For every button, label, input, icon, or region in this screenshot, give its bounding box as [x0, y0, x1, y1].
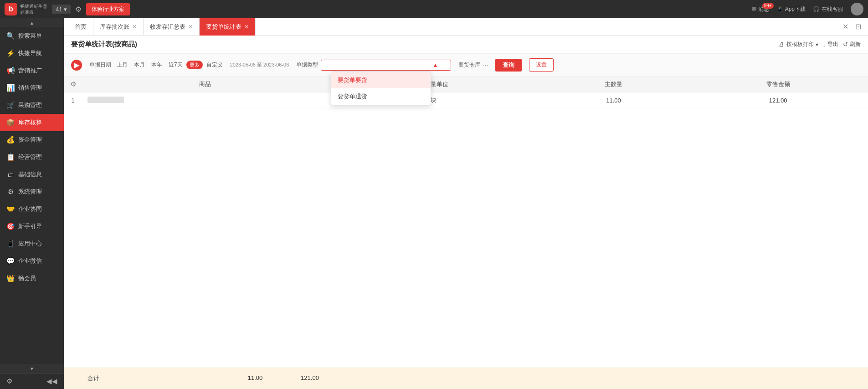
apps-icon: 📱 [6, 240, 15, 248]
sidebar-item-search[interactable]: 🔍 搜索菜单 [0, 27, 64, 45]
tab-close-all-btn[interactable]: ✕ [840, 21, 851, 32]
cell-amount: 121.00 [688, 92, 868, 108]
inventory-icon: 📦 [6, 118, 15, 127]
sales-icon: 📊 [6, 84, 15, 92]
dropdown-item-return[interactable]: 要货单退货 [331, 88, 431, 105]
tab-expand-btns: ✕ ⊡ [840, 21, 863, 32]
table-area: ⚙ 商品 主计量单位 主数量 零售金额 1 [64, 77, 868, 368]
sidebar-settings-icon[interactable]: ⚙ [6, 377, 12, 385]
chevron-down-icon: ▾ [64, 6, 67, 13]
sidebar-item-coop[interactable]: 🤝 企业协同 [0, 200, 64, 218]
sidebar-collapse-icon[interactable]: ◀◀ [46, 377, 57, 385]
table-footer: 合计 11.00 121.00 [64, 368, 868, 389]
message-icon: ✉ [752, 6, 756, 12]
warehouse-filter-group: 要货仓库 ··· [458, 61, 488, 69]
type-label: 单据类型 [296, 61, 318, 69]
trial-button[interactable]: 体验行业方案 [86, 3, 130, 15]
page-header: 要货单统计表(按商品) 🖨 按模板打印 ▾ ↓ 导出 ↺ 刷新 [64, 36, 868, 54]
tab-home[interactable]: 首页 [68, 18, 93, 36]
search-icon: 🔍 [6, 32, 15, 40]
footer-qty: 11.00 [228, 372, 282, 385]
product-placeholder [87, 97, 124, 103]
tab-demand[interactable]: 要货单统计表 ✕ [200, 18, 256, 36]
sidebar-item-system[interactable]: ⚙ 系统管理 [0, 183, 64, 200]
date-btn-more[interactable]: 更多 [186, 61, 203, 69]
phone-icon: 📱 [776, 6, 783, 12]
sidebar-scroll-up[interactable]: ▲ [0, 18, 64, 27]
purchase-icon: 🛒 [6, 101, 15, 109]
table-row: 1 块 11.00 121.00 [64, 92, 868, 108]
footer-cell-empty2 [173, 372, 228, 385]
logo-area: b 畅捷通好生意 标准版 [5, 3, 47, 15]
query-button[interactable]: 查询 [495, 59, 522, 72]
filter-settings-button[interactable]: 设置 [529, 58, 554, 72]
sidebar-item-quick-nav[interactable]: ⚡ 快捷导航 [0, 45, 64, 62]
quick-nav-icon: ⚡ [6, 49, 15, 57]
footer-label: 合计 [82, 372, 173, 385]
date-btn-7days[interactable]: 近7天 [166, 60, 185, 70]
refresh-btn[interactable]: ↺ 刷新 [843, 41, 861, 48]
sidebar-item-sales[interactable]: 📊 销售管理 [0, 79, 64, 97]
header-left: b 畅捷通好生意 标准版 41 ▾ ⚙ 体验行业方案 [5, 3, 130, 15]
app-selector[interactable]: 41 ▾ [52, 5, 71, 14]
tab-close-batch[interactable]: ✕ [132, 24, 137, 30]
logo-icon: b [5, 3, 17, 15]
tab-expand-btn[interactable]: ⊡ [853, 21, 863, 32]
sidebar-item-guide[interactable]: 🎯 新手引导 [0, 218, 64, 235]
sidebar-item-base[interactable]: 🗂 基础信息 [0, 166, 64, 183]
col-amount: 零售金额 [688, 77, 868, 92]
type-select-box[interactable]: ▲ [321, 60, 451, 71]
main-layout: ▲ 🔍 搜索菜单 ⚡ 快捷导航 📢 营销推广 📊 销售管理 🛒 采购管理 [0, 18, 868, 389]
page-actions: 🖨 按模板打印 ▾ ↓ 导出 ↺ 刷新 [779, 41, 861, 48]
tab-close-demand[interactable]: ✕ [244, 24, 249, 30]
dropdown-item-order[interactable]: 要货单要货 [331, 72, 431, 88]
date-btn-this-year[interactable]: 本年 [149, 60, 165, 70]
select-arrow-up-icon: ▲ [432, 62, 438, 68]
sidebar-scroll-down[interactable]: ▼ [0, 364, 64, 373]
data-table: ⚙ 商品 主计量单位 主数量 零售金额 1 [64, 77, 868, 108]
tab-close-collect[interactable]: ✕ [188, 24, 193, 30]
sidebar-item-marketing[interactable]: 📢 营销推广 [0, 62, 64, 79]
date-buttons: 上月 本月 本年 近7天 更多 自定义 [114, 60, 226, 70]
header-right: ✉ 消息 99+ 📱 App下载 🎧 在线客服 [752, 3, 863, 15]
filter-toggle-btn[interactable]: ▶ [71, 60, 82, 71]
sidebar-item-operations[interactable]: 📋 经营管理 [0, 148, 64, 166]
logo-text: 畅捷通好生意 标准版 [20, 3, 47, 15]
warehouse-label: 要货仓库 [458, 61, 480, 69]
col-settings: ⚙ [64, 77, 82, 92]
app-download-btn[interactable]: 📱 App下载 [776, 5, 806, 13]
refresh-icon: ↺ [843, 41, 848, 48]
footer-amount: 121.00 [282, 372, 337, 385]
date-btn-custom[interactable]: 自定义 [204, 60, 226, 70]
table-header-row: ⚙ 商品 主计量单位 主数量 零售金额 [64, 77, 868, 92]
sidebar-item-apps[interactable]: 📱 应用中心 [0, 235, 64, 252]
messages-btn[interactable]: ✉ 消息 99+ [752, 5, 769, 13]
date-btn-this-month[interactable]: 本月 [131, 60, 148, 70]
export-btn[interactable]: ↓ 导出 [823, 41, 839, 48]
date-btn-prev-month[interactable]: 上月 [114, 60, 130, 70]
sidebar-item-inventory[interactable]: 📦 库存核算 [0, 114, 64, 131]
user-avatar[interactable] [851, 3, 863, 15]
col-settings-icon[interactable]: ⚙ [70, 80, 76, 88]
footer-cell-empty1 [64, 372, 82, 385]
export-icon: ↓ [823, 41, 826, 48]
guide-icon: 🎯 [6, 222, 15, 230]
tab-bar: 首页 库存批次账 ✕ 收发存汇总表 ✕ 要货单统计表 ✕ ✕ ⊡ [64, 18, 868, 36]
sidebar-item-wechat[interactable]: 💬 企业微信 [0, 252, 64, 270]
sidebar-item-purchase[interactable]: 🛒 采购管理 [0, 97, 64, 114]
type-filter-group: 单据类型 ▲ 要货单要货 要货单退货 [296, 60, 451, 71]
print-btn[interactable]: 🖨 按模板打印 ▾ [779, 41, 818, 48]
page-title: 要货单统计表(按商品) [71, 40, 137, 49]
warehouse-more-icon[interactable]: ··· [483, 61, 488, 68]
operations-icon: 📋 [6, 153, 15, 161]
settings-icon[interactable]: ⚙ [75, 5, 82, 14]
col-qty: 主数量 [539, 77, 688, 92]
tab-batch[interactable]: 库存批次账 ✕ [93, 18, 144, 36]
tab-collect[interactable]: 收发存汇总表 ✕ [144, 18, 200, 36]
customer-service-btn[interactable]: 🎧 在线客服 [813, 5, 843, 13]
sidebar-item-finance[interactable]: 💰 资金管理 [0, 131, 64, 148]
date-range-text: 2023-05-06 至 2023-06-06 [230, 61, 289, 68]
sidebar-item-member[interactable]: 👑 畅会员 [0, 270, 64, 287]
print-chevron-icon: ▾ [816, 41, 818, 48]
col-product: 商品 [82, 77, 328, 92]
